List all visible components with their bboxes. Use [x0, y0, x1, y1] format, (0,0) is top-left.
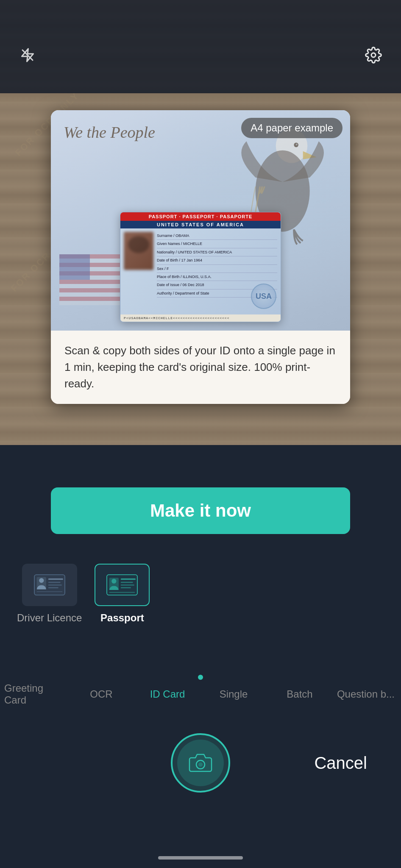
svg-rect-19: [59, 254, 90, 280]
svg-rect-25: [48, 584, 61, 585]
tab-id-card[interactable]: ID Card: [136, 688, 198, 700]
tab-batch[interactable]: Batch: [269, 688, 331, 700]
preview-card-desc-text: Scan & copy both sides of your ID onto a…: [64, 342, 337, 392]
passport-icon-box: [95, 564, 150, 606]
camera-controls-spacer-right: Cancel: [230, 754, 367, 773]
svg-rect-35: [109, 592, 135, 593]
usa-seal: USA: [251, 284, 276, 309]
driver-licence-icon-box: [22, 564, 77, 606]
passport-place-of-birth: Place of Birth / ILLINOIS, U.S.A.: [157, 273, 277, 281]
camera-controls: Cancel: [0, 721, 401, 805]
camera-shutter-button[interactable]: [171, 733, 230, 793]
svg-point-22: [39, 578, 44, 583]
flash-button[interactable]: [17, 45, 38, 66]
passport-surname: Surname / OBAMA: [157, 232, 277, 240]
doc-type-driver-licence[interactable]: Driver Licence: [17, 564, 82, 624]
preview-card-header: A4 paper example We the People: [51, 110, 350, 331]
cancel-button[interactable]: Cancel: [314, 754, 367, 773]
top-bar: [0, 0, 401, 93]
preview-card-description: Scan & copy both sides of your ID onto a…: [51, 331, 350, 404]
bottom-fill: [0, 826, 401, 868]
passport-icon: [105, 570, 139, 600]
home-indicator: [158, 856, 243, 860]
svg-rect-27: [36, 591, 62, 592]
passport-card-body: Surname / OBAMA Given Names / MICHELLE N…: [120, 228, 281, 301]
camera-shutter-inner: [177, 740, 224, 786]
passport-dob: Date of Birth / 17 Jan 1964: [157, 256, 277, 264]
svg-rect-31: [121, 579, 136, 580]
passport-card-type: PASSPORT · PASSEPORT · PASAPORTE: [120, 212, 281, 221]
active-tab-dot: [198, 675, 203, 680]
passport-sex: Sex / F: [157, 265, 277, 273]
doc-type-passport[interactable]: Passport: [95, 564, 150, 624]
tab-single-label: Single: [220, 688, 248, 700]
passport-given-names: Given Names / MICHELLE: [157, 240, 277, 248]
passport-mrz: P<USAOBAMA<<MICHELLE<<<<<<<<<<<<<<<<<<<<…: [120, 314, 281, 322]
tab-question-bank-label: Question b...: [337, 688, 395, 700]
svg-rect-23: [48, 579, 63, 580]
wtp-text: We the People: [64, 123, 155, 142]
tab-greeting-card-label: Greeting Card: [4, 682, 66, 706]
svg-point-2: [371, 53, 376, 57]
settings-button[interactable]: [363, 45, 384, 66]
svg-rect-32: [121, 582, 133, 583]
svg-point-37: [198, 762, 203, 767]
tab-id-card-label: ID Card: [150, 688, 185, 700]
tab-ocr-label: OCR: [90, 688, 112, 700]
passport-nationality: Nationality / UNITED STATES OF AMERICA: [157, 248, 277, 256]
passport-card: PASSPORT · PASSEPORT · PASAPORTE UNITED …: [120, 212, 281, 322]
svg-rect-34: [121, 587, 131, 588]
passport-label: Passport: [100, 612, 144, 624]
passport-photo: [124, 232, 153, 270]
make-it-now-button[interactable]: Make it now: [51, 487, 350, 534]
svg-point-30: [112, 579, 117, 584]
tab-batch-label: Batch: [287, 688, 312, 700]
preview-card: A4 paper example We the People: [51, 110, 350, 404]
tab-single[interactable]: Single: [203, 688, 265, 700]
tab-indicator-row: [0, 670, 401, 683]
tab-ocr[interactable]: OCR: [70, 688, 132, 700]
a4-label: A4 paper example: [241, 118, 343, 138]
camera-icon: [188, 750, 213, 776]
svg-rect-33: [121, 584, 134, 585]
tab-question-bank[interactable]: Question b...: [335, 688, 397, 700]
svg-rect-24: [48, 582, 60, 583]
make-it-now-label: Make it now: [150, 501, 251, 521]
tab-greeting-card[interactable]: Greeting Card: [4, 682, 66, 706]
driver-licence-icon: [33, 570, 67, 600]
driver-licence-label: Driver Licence: [17, 612, 82, 624]
svg-point-5: [296, 144, 298, 145]
passport-card-country: UNITED STATES OF AMERICA: [120, 221, 281, 228]
svg-rect-26: [48, 587, 58, 588]
passport-image-area: We the People: [51, 110, 350, 331]
doc-type-selector: Driver Licence Passport: [0, 551, 401, 632]
